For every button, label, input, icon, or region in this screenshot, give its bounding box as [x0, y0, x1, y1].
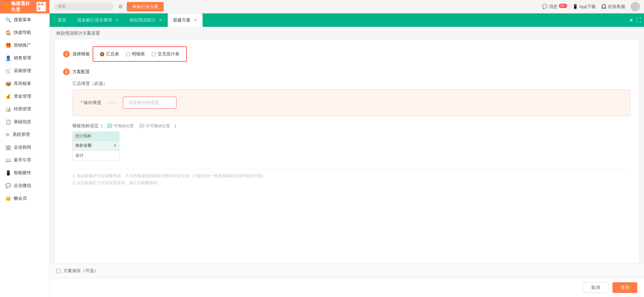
step2-header: 2 方案配置 [63, 68, 631, 75]
step1-circle: 1 [63, 51, 70, 57]
tab-new-plan-close[interactable]: ✕ [194, 18, 197, 22]
topbar-left: 搜索 ⚙ 体验行业方案 [54, 2, 164, 11]
sidebar-item-hardware[interactable]: 📱 智能硬件 [0, 166, 49, 179]
tip-2-text: 2. 点击标题栏下拉可设置排序、插入列和删除列 [72, 181, 157, 185]
arrow-icon: —— [107, 100, 117, 106]
tab-home-label: 首页 [58, 17, 66, 23]
sidebar-item-quick-nav[interactable]: 🏠 快捷导航 [0, 26, 49, 39]
search-bar[interactable]: 搜索 [54, 3, 114, 10]
sidebar-item-inventory[interactable]: 📦 库存核算 [0, 77, 49, 90]
dimension-title: 汇总维度（必选） [72, 81, 631, 87]
clipboard-icon: 📋 [5, 119, 11, 125]
trial-button[interactable]: 体验行业方案 [127, 2, 164, 11]
sidebar-label: 基础信息 [14, 119, 31, 125]
stats-table: 统计指标 收款金额 ∨ 合计 [72, 132, 119, 161]
indicator-header: 模板指标设定（ 可拖动位置 不可拖动位置 [72, 123, 631, 129]
notification-item[interactable]: 💬 消息 99+ [542, 4, 567, 10]
stats-row-label: 收款金额 [75, 143, 92, 148]
tab-new-plan-label: 新建方案 [173, 17, 191, 23]
sidebar-item-sales[interactable]: 👤 销售管理 [0, 52, 49, 64]
close-window-icon[interactable]: ✕ [629, 17, 633, 23]
download-label: App下载 [579, 4, 596, 10]
sidebar-label: 采购管理 [14, 68, 31, 74]
query-button[interactable]: 查询 [612, 282, 637, 293]
stats-header: 统计指标 [73, 132, 119, 140]
step1-header: 1 选择模板 汇总表 明细表 交叉统计表 [63, 46, 631, 62]
nav-tabs-actions: ✕ ⛶ [629, 17, 641, 23]
radio-cross[interactable]: 交叉统计表 [152, 51, 179, 57]
sidebar-label: 畅会员 [14, 195, 27, 201]
non-draggable-box [139, 123, 145, 128]
radio-summary-input[interactable] [100, 52, 104, 56]
settings-icon[interactable]: ⚙ [118, 3, 123, 10]
gear-icon: ⚙ [5, 132, 10, 137]
money-icon: 💰 [5, 94, 11, 99]
radio-cross-input[interactable] [152, 52, 156, 56]
sidebar-label: 智能硬件 [14, 170, 31, 176]
draggable-legend: 可拖动位置 [107, 123, 134, 129]
maximize-icon[interactable]: ⛶ [636, 17, 641, 23]
sidebar-item-enterprise[interactable]: 🏢 企业协同 [0, 141, 49, 154]
dimension-selector[interactable]: 请选择分组维度 [123, 97, 176, 109]
tab-cash-flow[interactable]: 现金银行流水查询 ✕ [72, 13, 124, 27]
page-body: 1 选择模板 汇总表 明细表 交叉统计表 [55, 40, 639, 263]
building-icon: 🏢 [5, 145, 11, 150]
indicator-suffix: ） [174, 123, 178, 129]
chat-icon: 💬 [5, 183, 11, 188]
sidebar-label: 资金管理 [14, 93, 31, 99]
sidebar-item-guide[interactable]: 📖 新手引导 [0, 154, 49, 166]
tab-new-plan[interactable]: 新建方案 ✕ [168, 13, 203, 27]
sidebar-logo: 🔶 畅捷通好生意 标准版 [0, 0, 49, 13]
sidebar-item-finance[interactable]: 💰 资金管理 [0, 90, 49, 103]
tip-1: 1. 拖动标题栏可以调整布局，不可跨维度或指标区域拖动栏目字段（只能在同一维度或… [72, 173, 631, 179]
download-item[interactable]: 📱 App下载 [573, 4, 596, 10]
tip-2: 2. 点击标题栏下拉可设置排序、插入列和删除列 [72, 180, 631, 186]
book-icon: 📖 [5, 157, 11, 163]
stats-dropdown-icon[interactable]: ∨ [114, 143, 116, 148]
sidebar-label: 搜索菜单 [14, 17, 31, 23]
person-icon: 👤 [5, 55, 11, 61]
save-label: 方案保存（可选） [63, 268, 98, 274]
sidebar-item-search-menu[interactable]: 🔍 搜索菜单 [0, 13, 49, 26]
content-area: 收款情况统计方案设置 1 选择模板 汇总表 明细表 [50, 27, 644, 297]
dimension-container: 汇总维度（必选） * 纵向维度 —— 请选择分组维度 模板指标设定（ [72, 81, 631, 186]
tab-cash-flow-close[interactable]: ✕ [115, 18, 119, 22]
template-selection-box: 汇总表 明细表 交叉统计表 [93, 46, 187, 62]
radio-detail[interactable]: 明细表 [126, 51, 145, 57]
radio-cross-label: 交叉统计表 [158, 51, 179, 57]
radio-summary[interactable]: 汇总表 [100, 51, 119, 57]
non-draggable-legend: 不可拖动位置 [139, 123, 170, 129]
crown-icon: 👑 [5, 196, 11, 201]
stats-row[interactable]: 收款金额 ∨ [73, 140, 119, 150]
radio-detail-input[interactable] [126, 52, 130, 56]
user-avatar[interactable] [631, 2, 640, 11]
step2-title: 方案配置 [72, 69, 90, 75]
sidebar-item-member[interactable]: 👑 畅会员 [0, 192, 49, 205]
sidebar-item-wechat[interactable]: 💬 企业微信 [0, 179, 49, 192]
cancel-button[interactable]: 取消 [583, 282, 608, 293]
tab-home[interactable]: 首页 [52, 13, 72, 27]
search-icon: 🔍 [5, 17, 11, 22]
indicator-title: 模板指标设定（ [72, 123, 103, 129]
service-item[interactable]: 🎧 在线客服 [601, 4, 625, 10]
service-icon: 🎧 [601, 4, 606, 9]
breadcrumb-text: 收款情况统计方案设置 [56, 31, 100, 36]
sidebar-label: 销售管理 [14, 55, 31, 61]
topbar-right: 💬 消息 99+ 📱 App下载 🎧 在线客服 [542, 2, 640, 11]
vertical-dim-label: * 纵向维度 [81, 100, 101, 106]
sidebar-item-operations[interactable]: 📊 经营管理 [0, 103, 49, 115]
tab-receivables[interactable]: 收款情况统计 ✕ [124, 13, 168, 27]
stats-total: 合计 [73, 150, 119, 160]
sidebar-item-basic-info[interactable]: 📋 基础信息 [0, 115, 49, 128]
nav-tabs: 首页 现金银行流水查询 ✕ 收款情况统计 ✕ 新建方案 ✕ ✕ ⛶ [50, 13, 644, 27]
box-icon: 📦 [5, 81, 11, 86]
step1-title: 选择模板 [72, 51, 90, 57]
sidebar-item-system[interactable]: ⚙ 系统管理 [0, 128, 49, 141]
tab-receivables-close[interactable]: ✕ [159, 18, 162, 22]
dimension-area: * 纵向维度 —— 请选择分组维度 [72, 89, 631, 116]
save-checkbox[interactable] [56, 269, 61, 273]
sidebar-item-marketing[interactable]: 🎁 营销推广 [0, 39, 49, 52]
sidebar-label: 经营管理 [14, 106, 31, 112]
message-icon: 💬 [542, 4, 547, 9]
sidebar-item-purchase[interactable]: 🛒 采购管理 [0, 64, 49, 77]
